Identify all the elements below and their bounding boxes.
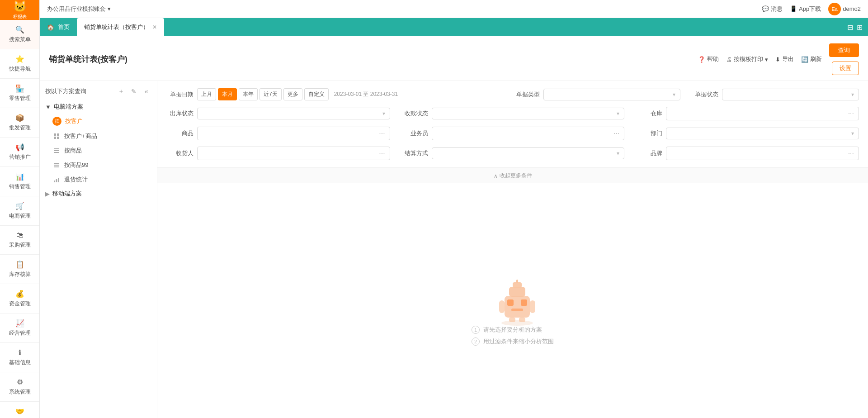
tab-minimize-icon[interactable]: ⊟ xyxy=(847,23,853,32)
refresh-button[interactable]: 🔄 刷新 xyxy=(801,55,822,63)
svg-rect-9 xyxy=(54,166,59,167)
sidebar-item-search[interactable]: 🔍 搜索菜单 xyxy=(0,20,40,49)
payment-status-dropdown-icon: ▾ xyxy=(617,110,619,117)
date-group: 上月 本月 本年 近7天 更多 自定义 2023-03-01 至 2023-03… xyxy=(197,88,502,100)
collapse-panel-button[interactable]: « xyxy=(142,86,151,96)
tree-item-by-goods-99[interactable]: 按商品99 xyxy=(40,158,157,172)
date-btn-this-month[interactable]: 本月 xyxy=(218,88,237,100)
sidebar-item-retail[interactable]: 🏪 零售管理 xyxy=(0,79,40,108)
edit-scheme-button[interactable]: ✎ xyxy=(129,86,139,96)
export-button[interactable]: ⬇ 导出 xyxy=(775,55,794,63)
sidebar-item-finance[interactable]: 💰 资金管理 xyxy=(0,284,40,314)
warehouse-dots-icon: ··· xyxy=(848,109,854,118)
export-label: 导出 xyxy=(782,55,794,63)
filter-goods: 商品 ··· xyxy=(166,127,390,140)
page-header: 销货单统计表(按客户) ❓ 帮助 🖨 按模板打印 ▾ ⬇ 导出 xyxy=(40,36,868,81)
print-button[interactable]: 🖨 按模板打印 ▾ xyxy=(726,55,768,63)
tab-sales-stat[interactable]: 销货单统计表（按客户） ✕ xyxy=(77,18,164,36)
message-button[interactable]: 💬 消息 xyxy=(762,5,783,13)
dept-input[interactable]: ▾ xyxy=(666,128,859,139)
tab-maximize-icon[interactable]: ⊞ xyxy=(857,23,863,32)
tree-mobile-arrow-icon: ▶ xyxy=(45,190,50,197)
add-scheme-button[interactable]: ＋ xyxy=(116,86,126,96)
app-download-label: App下载 xyxy=(799,5,821,13)
dept-dropdown-icon: ▾ xyxy=(851,130,854,137)
settings-button[interactable]: 设置 xyxy=(832,62,859,75)
sidebar-item-purchase[interactable]: 🛍 采购管理 xyxy=(0,226,40,255)
by-customer-icon: 按 xyxy=(52,117,61,126)
account-dropdown[interactable]: 办公用品行业模拟账套 ▾ xyxy=(47,5,111,13)
sidebar-item-label: 系统管理 xyxy=(9,388,31,396)
svg-rect-11 xyxy=(56,179,57,182)
sidebar-item-operation[interactable]: 📈 经营管理 xyxy=(0,314,40,343)
sidebar-item-wholesale[interactable]: 📦 批发管理 xyxy=(0,108,40,138)
empty-hint-item-2: 2 用过滤条件来缩小分析范围 xyxy=(472,337,554,346)
tree-item-label: 按商品99 xyxy=(64,161,88,169)
sidebar-item-quick-nav[interactable]: ⭐ 快捷导航 xyxy=(0,49,40,79)
date-btn-last-month[interactable]: 上月 xyxy=(197,88,216,100)
ship-status-input[interactable]: ▾ xyxy=(197,108,390,119)
sidebar-item-label: 库存核算 xyxy=(9,271,31,278)
left-panel: 按以下方案查询 ＋ ✎ « xyxy=(40,81,157,418)
quick-nav-icon: ⭐ xyxy=(15,55,24,63)
brand-dots-icon: ··· xyxy=(848,149,854,157)
sidebar-item-marketing[interactable]: 📢 营销推广 xyxy=(0,138,40,167)
date-btn-7days[interactable]: 近7天 xyxy=(259,88,282,100)
sidebar-item-sales[interactable]: 📊 销售管理 xyxy=(0,167,40,196)
sidebar-item-label: 搜索菜单 xyxy=(9,36,31,43)
filter-staff: 业务员 ··· xyxy=(401,127,625,140)
tree-desktop-label: 电脑端方案 xyxy=(54,103,83,111)
tab-home[interactable]: 🏠 首页 xyxy=(40,18,77,36)
tree-mobile-group[interactable]: ▶ 移动端方案 xyxy=(40,187,157,200)
tree-item-by-customer-goods[interactable]: 按客户+商品 xyxy=(40,129,157,143)
query-button[interactable]: 查询 xyxy=(829,43,859,57)
filter-doc-type: 单据类型 ▾ xyxy=(513,89,680,100)
filter-warehouse: 仓库 ··· xyxy=(635,107,859,120)
payment-status-input[interactable]: ▾ xyxy=(432,108,625,119)
tree-desktop-group[interactable]: ▼ 电脑端方案 xyxy=(40,100,157,114)
tree-arrow-icon: ▼ xyxy=(45,104,51,110)
svg-rect-24 xyxy=(519,318,525,322)
svg-rect-7 xyxy=(54,163,59,164)
doc-status-input[interactable]: ▾ xyxy=(722,89,859,100)
filter-doc-status: 单据状态 ▾ xyxy=(691,89,859,100)
date-btn-more[interactable]: 更多 xyxy=(283,88,302,100)
settlement-input[interactable]: ▾ xyxy=(432,147,625,159)
filter-area: 单据日期 上月 本月 本年 近7天 更多 自定义 2023-03-01 至 20… xyxy=(157,81,868,168)
sidebar-item-basic[interactable]: ℹ 基础信息 xyxy=(0,343,40,372)
tree-item-by-customer[interactable]: 按 按客户 xyxy=(40,114,157,129)
sidebar-item-label: 快捷导航 xyxy=(9,65,31,73)
print-dropdown-icon: ▾ xyxy=(765,56,768,63)
brand-input[interactable]: ··· xyxy=(666,147,859,160)
app-download-button[interactable]: 📱 App下载 xyxy=(790,5,821,13)
sidebar-item-label: 经营管理 xyxy=(9,329,31,337)
collapse-icon: « xyxy=(145,88,148,95)
sidebar-item-inventory[interactable]: 📋 库存核算 xyxy=(0,255,40,284)
topbar-right: 💬 消息 📱 App下载 Ea demo2 xyxy=(762,3,861,15)
collapse-bar[interactable]: ∧ 收起更多条件 xyxy=(157,168,868,183)
empty-state: 1 请先选择要分析的方案 2 用过滤条件来缩小分析范围 xyxy=(157,183,868,418)
tree-item-return-stat[interactable]: 退货统计 xyxy=(40,172,157,187)
account-title: 办公用品行业模拟账套 xyxy=(47,5,106,13)
sidebar-item-ecommerce[interactable]: 🛒 电商管理 xyxy=(0,196,40,226)
svg-rect-18 xyxy=(509,287,525,297)
goods-input[interactable]: ··· xyxy=(197,127,390,140)
tab-close-button[interactable]: ✕ xyxy=(152,24,157,30)
hint-num-2: 2 xyxy=(472,337,480,346)
staff-input[interactable]: ··· xyxy=(432,127,625,140)
content-area: 销货单统计表(按客户) ❓ 帮助 🖨 按模板打印 ▾ ⬇ 导出 xyxy=(40,36,868,418)
receiver-input[interactable]: ··· xyxy=(197,147,390,160)
help-button[interactable]: ❓ 帮助 xyxy=(698,55,719,63)
sidebar-item-system[interactable]: ⚙ 系统管理 xyxy=(0,372,40,402)
doc-type-input[interactable]: ▾ xyxy=(543,89,680,100)
filter-settlement: 结算方式 ▾ xyxy=(401,147,625,159)
user-profile[interactable]: Ea demo2 xyxy=(828,3,861,15)
sidebar-item-enterprise[interactable]: 🤝 企业协同 xyxy=(0,402,40,418)
date-btn-this-year[interactable]: 本年 xyxy=(239,88,258,100)
date-btn-custom[interactable]: 自定义 xyxy=(304,88,329,100)
warehouse-input[interactable]: ··· xyxy=(666,107,859,120)
tree-item-label: 按客户 xyxy=(65,117,83,125)
by-goods-icon xyxy=(52,147,61,155)
tree-item-by-goods[interactable]: 按商品 xyxy=(40,143,157,158)
print-icon: 🖨 xyxy=(726,56,732,63)
